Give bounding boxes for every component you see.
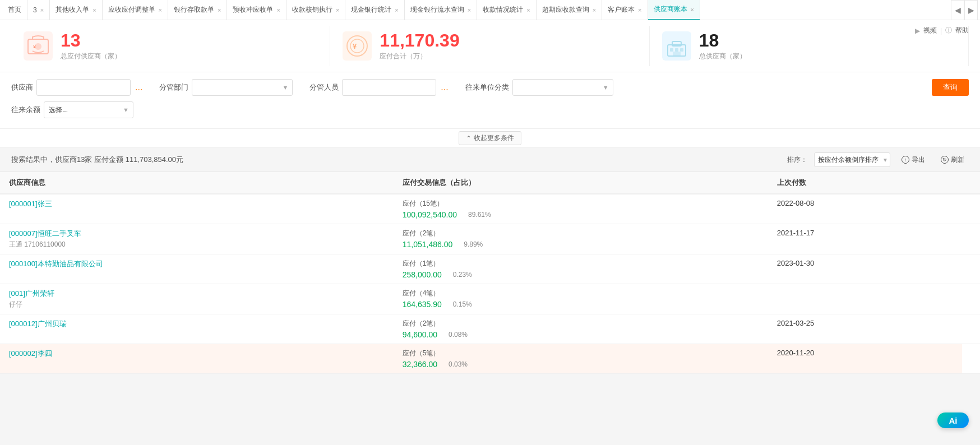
balance-filter-select[interactable]: 选择... [44, 101, 133, 118]
supplier-link[interactable]: [000002]李四 [9, 349, 52, 358]
top-navigation: 首页 3 × 其他收入单 × 应收应付调整单 × 银行存取款单 × 预收冲应收单… [0, 0, 980, 20]
export-button[interactable]: ↑ 导出 [897, 154, 930, 166]
nav-tab-bank-deposit-label: 银行存取款单 [174, 5, 214, 15]
supplier-filter-dots[interactable]: ... [135, 82, 142, 92]
nav-tab-cash-bank-stat[interactable]: 现金银行统计 × [345, 0, 404, 20]
nav-tab-overdue-ar[interactable]: 超期应收款查询 × [537, 0, 602, 20]
nav-tab-supplier-book-close[interactable]: × [691, 6, 694, 13]
person-filter-dots[interactable]: ... [441, 82, 448, 92]
person-filter-input[interactable] [342, 79, 436, 96]
summary-bar: ¥ 13 总应付供应商（家） ¥ 11,170.39 应付合计（万） [0, 20, 980, 72]
supplier-filter-input[interactable] [36, 79, 131, 96]
payable-suppliers-label: 总应付供应商（家） [61, 52, 121, 61]
nav-tab-cash-flow[interactable]: 现金银行流水查询 × [405, 0, 477, 20]
ap-info-cell: 应付（1笔）258,000.000.23% [394, 254, 768, 284]
table-row: [000001]张三应付（15笔）100,092,540.0089.61%202… [0, 194, 980, 224]
collapse-bar: ⌃ 收起更多条件 [0, 129, 980, 148]
ap-amount[interactable]: 100,092,540.00 [403, 210, 457, 219]
nav-tab-receipt-stat-label: 收款情况统计 [483, 5, 523, 15]
summary-card-total-ap: ¥ 11,170.39 应付合计（万） [330, 26, 649, 66]
ap-amount-row: 11,051,486.009.89% [403, 240, 759, 249]
ap-amount-row: 100,092,540.0089.61% [403, 210, 759, 219]
nav-tab-cash-bank-stat-close[interactable]: × [395, 7, 398, 13]
nav-tab-overdue-ar-close[interactable]: × [593, 7, 596, 13]
total-suppliers-number: 18 [699, 31, 746, 49]
nav-tab-customer-book-close[interactable]: × [638, 7, 641, 13]
nav-tab-receipt-stat-close[interactable]: × [526, 7, 530, 13]
ap-amount[interactable]: 11,051,486.00 [403, 240, 453, 249]
help-link[interactable]: 帮助 [955, 26, 969, 35]
last-pay-cell [768, 284, 962, 314]
filter-row-1: 供应商 ... 分管部门 ▼ 分管人员 ... 往来单位分类 [11, 79, 969, 96]
col-header-last-pay: 上次付数 [768, 172, 962, 194]
ap-percent: 0.08% [449, 331, 468, 339]
nav-tab-other-income-close[interactable]: × [93, 7, 96, 13]
ap-info-cell: 应付（4笔）164,635.900.15% [394, 284, 768, 314]
nav-tab-customer-book-label: 客户账本 [608, 5, 635, 15]
col-header-ap-info: 应付交易信息（占比） [394, 172, 768, 194]
table-row: [000002]李四应付（5笔）32,366.000.03%2020-11-20 [0, 344, 980, 374]
ap-amount[interactable]: 164,635.90 [403, 300, 442, 309]
supplier-link[interactable]: [000012]广州贝瑞 [9, 319, 67, 328]
nav-next-arrow[interactable]: ▶ [964, 0, 978, 20]
total-suppliers-label: 总供应商（家） [699, 52, 746, 61]
ap-amount[interactable]: 94,600.00 [403, 330, 437, 339]
sort-label: 排序： [787, 155, 807, 165]
video-link[interactable]: 视频 [923, 26, 937, 35]
nav-prev-arrow[interactable]: ◀ [951, 0, 964, 20]
nav-tab-ar-ap-adjust-label: 应收应付调整单 [108, 5, 155, 15]
nav-tab-advance-ar-close[interactable]: × [276, 7, 280, 13]
ap-amount[interactable]: 32,366.00 [403, 360, 437, 369]
nav-tab-cash-flow-close[interactable]: × [468, 7, 471, 13]
supplier-info-cell: [000002]李四 [0, 344, 394, 374]
nav-tab-3-close[interactable]: × [40, 7, 44, 13]
unit-class-select-wrap: ▼ [512, 79, 613, 96]
nav-tab-bank-deposit[interactable]: 银行存取款单 × [168, 0, 227, 20]
ap-info-cell: 应付（5笔）32,366.000.03% [394, 344, 768, 374]
nav-tab-customer-book[interactable]: 客户账本 × [602, 0, 648, 20]
ap-note: 应付（1笔） [403, 259, 759, 268]
collapse-button[interactable]: ⌃ 收起更多条件 [459, 131, 521, 145]
ap-amount-row: 94,600.000.08% [403, 330, 759, 339]
table-header-row: 供应商信息 应付交易信息（占比） 上次付数 [0, 172, 980, 194]
supplier-link[interactable]: [001]广州荣轩 [9, 289, 54, 298]
nav-tab-ar-ap-adjust-close[interactable]: × [159, 7, 162, 13]
result-info-text: 搜索结果中，供应商13家 应付金额 111,703,854.00元 [11, 155, 183, 165]
ap-amount[interactable]: 258,000.00 [403, 270, 442, 279]
nav-tab-cash-flow-label: 现金银行流水查询 [410, 5, 464, 15]
ap-info-cell: 应付（2笔）11,051,486.009.89% [394, 224, 768, 254]
sort-select[interactable]: 按应付余额倒序排序 [814, 152, 890, 167]
nav-tab-advance-ar[interactable]: 预收冲应收单 × [227, 0, 286, 20]
last-pay-cell: 2021-11-17 [768, 224, 962, 254]
nav-tab-home-label: 首页 [8, 5, 21, 15]
filter-unit-class: 往来单位分类 ▼ [465, 79, 613, 96]
dept-filter-select-wrap: ▼ [192, 79, 293, 96]
supplier-link[interactable]: [000001]张三 [9, 200, 52, 208]
ap-percent: 0.03% [449, 360, 468, 368]
nav-tab-receipt-exec-close[interactable]: × [336, 7, 339, 13]
ap-note: 应付（15笔） [403, 199, 759, 208]
nav-tab-supplier-book[interactable]: 供应商账本 × [648, 0, 700, 20]
refresh-button[interactable]: ↻ 刷新 [936, 154, 969, 166]
nav-tab-ar-ap-adjust[interactable]: 应收应付调整单 × [103, 0, 168, 20]
dept-filter-select[interactable] [192, 79, 293, 96]
supplier-sub-info: 仔仔 [9, 300, 385, 309]
supplier-link[interactable]: [000100]本特勤油品有限公司 [9, 259, 103, 268]
nav-tab-bank-deposit-close[interactable]: × [218, 7, 221, 13]
supplier-link[interactable]: [000007]恒旺二手叉车 [9, 229, 81, 238]
nav-tab-receipt-stat[interactable]: 收款情况统计 × [477, 0, 536, 20]
nav-tab-other-income[interactable]: 其他收入单 × [50, 0, 102, 20]
result-bar: 搜索结果中，供应商13家 应付金额 111,703,854.00元 排序： 按应… [0, 148, 980, 172]
last-pay-cell: 2023-01-30 [768, 254, 962, 284]
supplier-table-container: 供应商信息 应付交易信息（占比） 上次付数 [000001]张三应付（15笔）1… [0, 172, 980, 374]
supplier-info-cell: [001]广州荣轩仔仔 [0, 284, 394, 314]
filter-supplier: 供应商 ... [11, 79, 142, 96]
nav-tab-3[interactable]: 3 × [27, 0, 50, 20]
ap-note: 应付（4笔） [403, 289, 759, 298]
nav-tab-home[interactable]: 首页 [2, 0, 27, 20]
nav-tab-receipt-exec[interactable]: 收款核销执行 × [286, 0, 345, 20]
unit-class-filter-select[interactable] [512, 79, 613, 96]
query-button[interactable]: 查询 [932, 79, 969, 96]
dept-filter-label: 分管部门 [159, 82, 188, 92]
ap-info-cell: 应付（2笔）94,600.000.08% [394, 314, 768, 344]
